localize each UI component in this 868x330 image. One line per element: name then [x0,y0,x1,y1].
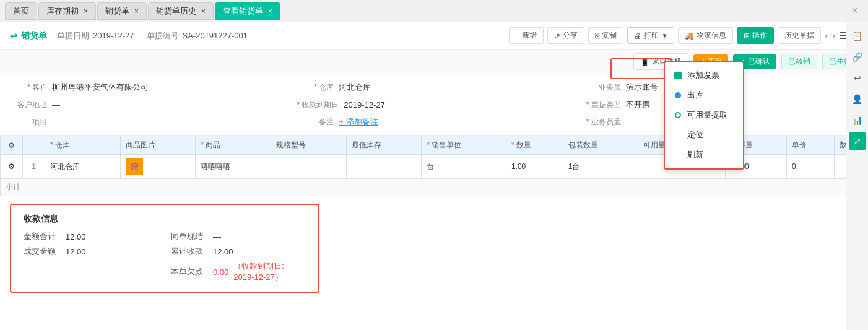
add-note-button[interactable]: + 添加备注 [339,116,378,128]
row-spec [271,155,346,179]
sidebar-undo-icon[interactable]: ↩ [849,69,866,87]
new-button[interactable]: + 新增 [509,27,544,44]
new-label: + 新增 [516,30,537,41]
warehouse-value: 河北仓库 [339,82,371,93]
sidebar-expand-icon[interactable]: ⤢ [849,132,866,150]
operation-label: 操作 [752,30,767,41]
row-unit: 台 [422,155,506,179]
operation-icon: ⊞ [744,32,750,40]
address-row: 客户地址 — [10,99,284,110]
col-warehouse: 仓库 [45,136,121,155]
close-all-button[interactable]: × [846,4,863,17]
tab-history-label: 销货单历史 [156,6,196,17]
project-label: 项目 [10,117,47,128]
add-invoice-item[interactable]: 添加发票 [665,66,743,85]
available-pick-label: 可用量提取 [687,110,727,121]
refresh-item[interactable]: 刷新 [665,145,743,165]
col-spec: 规格型号 [271,136,346,155]
tab-bar: 首页 库存期初 × 销货单 × 销货单历史 × 查看销货单 × × [0,0,868,22]
history-label: 历史单据 [784,30,814,41]
total-label: 金额合计 [24,231,61,242]
outbound-icon [674,91,682,100]
project-row: 项目 — [10,116,284,128]
locate-label: 定位 [687,129,703,141]
payment-date-label: 收款到期日 [297,100,339,110]
next-button[interactable]: › [832,30,835,41]
due-note: （收款到期日: 2019-12-27） [233,261,306,283]
history-button[interactable]: 历史单据 [778,27,821,44]
note-label: 备注 [297,117,334,128]
tab-inventory-label: 库存期初 [46,6,79,17]
available-pick-item[interactable]: 可用量提取 [665,105,743,125]
locate-item[interactable]: 定位 [665,125,743,145]
payment-date-row: 收款到期日 2019-12-27 [297,99,571,110]
deal-amount-label: 成交金额 [24,246,61,257]
tab-view-sales-close[interactable]: × [268,7,272,15]
tab-inventory-close[interactable]: × [84,7,88,15]
address-value: — [52,100,60,110]
tab-sales-close[interactable]: × [134,7,139,15]
same-order-row: 同单现结 — [171,231,306,242]
logistics-button[interactable]: 🚚 物流信息 [678,27,733,44]
sold-out-label: 已核销 [788,57,810,66]
sidebar-chart-icon[interactable]: 📊 [849,111,866,129]
outbound-item[interactable]: 出库 [665,85,743,105]
prev-button[interactable]: ‹ [825,30,828,41]
col-gear: ⚙ [1,136,23,155]
tab-inventory[interactable]: 库存期初 × [38,2,96,20]
cumulative-value: 12.00 [213,247,233,256]
cumulative-row: 累计收款 12.00 [171,246,306,257]
subtotal-row: 小计 [1,179,868,196]
operation-button[interactable]: ⊞ 操作 [737,27,774,44]
warehouse-row: 仓库 河北仓库 [297,82,571,93]
copy-icon: ⎘ [595,32,599,40]
tab-history-close[interactable]: × [201,7,206,15]
subtotal-label: 小计 [1,179,868,196]
address-label: 客户地址 [10,100,47,110]
row-no: 1 [23,155,45,179]
add-invoice-icon [674,71,682,80]
row-img: 🧱 [120,155,196,179]
salesman-label: 业务员 [584,82,621,93]
tab-home[interactable]: 首页 [5,2,37,20]
tab-view-sales[interactable]: 查看销货单 × [215,2,280,20]
ticket-type-value: 不开票 [626,99,650,110]
cumulative-label: 累计收款 [171,246,208,257]
right-sidebar: 📋 🔗 ↩ 👤 📊 ⤢ [846,22,868,330]
col-pkg-qty: 包装数量 [563,136,638,155]
same-order-value: — [213,232,221,241]
share-button[interactable]: ↗ 分享 [547,27,584,44]
doc-meta: 单据日期 2019-12-27 单据编号 SA-20191227-001 [57,30,248,41]
payment-info-title: 收款信息 [24,214,306,225]
customer-value: 柳州粤港平安气体有限公司 [52,82,149,93]
tab-sales[interactable]: 销货单 × [97,2,147,20]
tab-history[interactable]: 销货单历史 × [148,2,214,20]
total-value: 12.00 [66,232,86,241]
payment-info: 收款信息 金额合计 12.00 同单现结 — 成交金额 12.00 累计收款 1… [10,204,319,293]
print-button[interactable]: 🖨 打印 ▼ [627,27,674,44]
due-label: 本单欠款 [171,266,208,277]
deal-amount-row: 成交金额 12.00 [24,246,158,257]
copy-label: 复制 [602,30,617,41]
copy-button[interactable]: ⎘ 复制 [588,27,623,44]
sidebar-link-icon[interactable]: 🔗 [849,48,866,66]
same-order-label: 同单现结 [171,231,208,242]
project-value: — [52,118,60,127]
sidebar-user-icon[interactable]: 👤 [849,90,866,108]
col-price: 单价 [786,136,834,155]
sidebar-copy-icon[interactable]: 📋 [849,27,866,45]
row-qty: 1.00 [506,155,563,179]
locate-icon [674,131,682,139]
row-warehouse: 河北仓库 [45,155,121,179]
date-label: 单据日期 [57,30,89,41]
customer-row: 客户 柳州粤港平安气体有限公司 [10,82,284,93]
tab-sales-label: 销货单 [105,6,129,17]
print-label: 打印 [644,30,659,41]
tab-view-sales-label: 查看销货单 [223,6,263,17]
print-icon: 🖨 [634,32,641,40]
confirm-label: 已确认 [748,56,770,67]
row-gear[interactable]: ⚙ [1,155,23,179]
phone-icon: 📱 [640,58,649,66]
doc-header: ↩ 销货单 单据日期 2019-12-27 单据编号 SA-20191227-0… [0,22,868,50]
col-img: 商品图片 [120,136,196,155]
